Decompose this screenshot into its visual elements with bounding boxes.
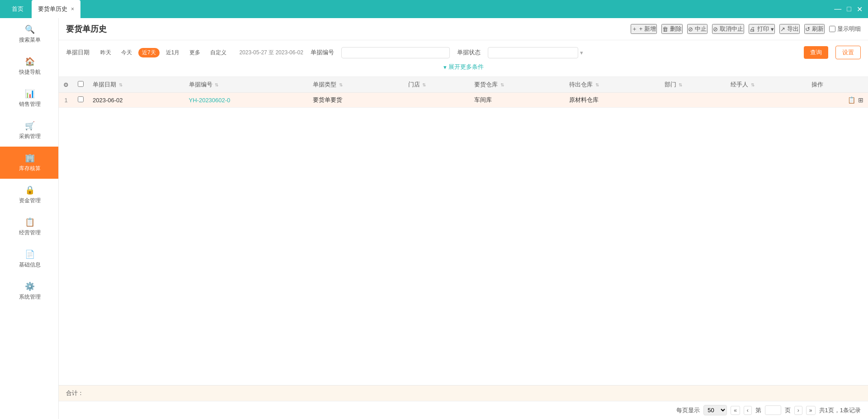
sort-req-warehouse-icon[interactable]: ⇅ [500, 82, 504, 87]
table-container: ⚙ 单据日期 ⇅ 单据编号 ⇅ [59, 77, 868, 385]
row-handler [726, 93, 807, 108]
th-doc-type: 单据类型 ⇅ [308, 77, 403, 93]
sidebar-item-quick-nav[interactable]: 🏠 快捷导航 [0, 50, 58, 82]
settings-col-icon[interactable]: ⚙ [63, 81, 69, 88]
suspend-button[interactable]: ⊘ 中止 [687, 24, 708, 34]
th-ops: 操作 [807, 77, 868, 93]
page-title: 要货单历史 [66, 24, 107, 34]
main-layout: 🔍 搜索菜单 🏠 快捷导航 📊 销售管理 🛒 采购管理 🏢 库存核算 🔒 资金管… [0, 18, 868, 419]
minimize-icon[interactable]: — [834, 5, 841, 13]
th-checkbox [73, 77, 88, 93]
prev-page-btn[interactable]: ‹ [744, 406, 752, 415]
purchase-mgmt-icon: 🛒 [25, 121, 35, 131]
show-detail-toggle[interactable]: 显示明细 [829, 25, 861, 33]
first-page-btn[interactable]: « [731, 406, 740, 415]
sidebar-item-basic-info[interactable]: 📄 基础信息 [0, 243, 58, 275]
sidebar-item-purchase-mgmt[interactable]: 🛒 采购管理 [0, 114, 58, 147]
show-detail-label: 显示明细 [837, 25, 861, 33]
suspend-icon: ⊘ [688, 26, 693, 33]
system-mgmt-icon: ⚙️ [25, 281, 35, 291]
sidebar-item-operations-mgmt[interactable]: 📋 经营管理 [0, 211, 58, 243]
row-select-checkbox[interactable] [78, 96, 84, 102]
sidebar-item-quick-nav-label: 快捷导航 [19, 68, 41, 76]
doc-status-input[interactable] [488, 47, 578, 58]
sidebar-item-search-menu[interactable]: 🔍 搜索菜单 [0, 18, 58, 50]
th-store-label: 门店 [408, 81, 420, 88]
table-body: 1 2023-06-02 YH-20230602-0 要货单要货 [59, 93, 868, 108]
date-btn-1month[interactable]: 近1月 [162, 48, 184, 57]
filter-area: 单据日期 昨天 今天 近7天 近1月 更多 自定义 2023-05-27 至 2… [59, 40, 868, 77]
row-ops-container: 📋 ⊞ [811, 96, 863, 104]
query-button[interactable]: 查询 [804, 46, 828, 59]
settings-button[interactable]: 设置 [835, 46, 861, 59]
expand-more-button[interactable]: ▾ 展开更多条件 [66, 63, 861, 71]
sort-doc-type-icon[interactable]: ⇅ [339, 82, 343, 87]
row-edit-icon[interactable]: 📋 [848, 96, 855, 104]
th-pending-warehouse-label: 待出仓库 [569, 81, 593, 88]
filter-row-1: 单据日期 昨天 今天 近7天 近1月 更多 自定义 2023-05-27 至 2… [66, 46, 861, 59]
th-store: 门店 ⇅ [404, 77, 470, 93]
total-info: 共1页，1条记录 [819, 406, 861, 414]
summary-label: 合计： [66, 389, 84, 397]
top-bar: 首页 要货单历史 × — □ ✕ [0, 0, 868, 18]
sidebar-item-inventory-label: 库存核算 [19, 165, 41, 172]
sort-handler-icon[interactable]: ⇅ [751, 82, 755, 87]
footer-summary: 合计： [59, 385, 868, 401]
refresh-button[interactable]: ↺ 刷新 [804, 24, 825, 34]
row-doc-type: 要货单要货 [308, 93, 403, 108]
next-page-btn[interactable]: › [794, 406, 802, 415]
date-btn-7days[interactable]: 近7天 [138, 48, 160, 57]
operations-mgmt-icon: 📋 [25, 217, 35, 227]
delete-label: 删除 [670, 25, 682, 33]
sort-department-icon[interactable]: ⇅ [679, 82, 682, 87]
print-button[interactable]: 🖨 打印 ▾ [749, 24, 775, 34]
date-btn-today[interactable]: 今天 [118, 48, 136, 57]
sort-store-icon[interactable]: ⇅ [422, 82, 426, 87]
date-btn-yesterday[interactable]: 昨天 [97, 48, 115, 57]
search-menu-icon: 🔍 [25, 24, 35, 34]
row-ops: 📋 ⊞ [807, 93, 868, 108]
per-page-select[interactable]: 10 20 50 100 [703, 405, 727, 415]
add-button[interactable]: ＋ + 新增 [631, 24, 657, 34]
row-req-warehouse: 车间库 [470, 93, 565, 108]
th-doc-number-label: 单据编号 [189, 81, 212, 88]
inventory-icon: 🏢 [25, 153, 35, 163]
sales-mgmt-icon: 📊 [25, 89, 35, 99]
cancel-suspend-button[interactable]: ⊘ 取消中止 [712, 24, 744, 34]
sidebar-item-sales-mgmt[interactable]: 📊 销售管理 [0, 82, 58, 114]
tab-close-icon[interactable]: × [71, 6, 74, 12]
show-detail-checkbox[interactable] [829, 26, 835, 32]
maximize-icon[interactable]: □ [847, 5, 851, 13]
export-button[interactable]: ↗ 导出 [779, 24, 800, 34]
delete-button[interactable]: 🗑 删除 [661, 24, 683, 34]
th-handler-label: 经手人 [731, 81, 748, 88]
quick-nav-icon: 🏠 [25, 57, 35, 67]
sidebar-item-inventory[interactable]: 🏢 库存核算 [0, 147, 58, 179]
sidebar-item-system-mgmt[interactable]: ⚙️ 系统管理 [0, 275, 58, 307]
close-window-icon[interactable]: ✕ [857, 5, 863, 14]
tab-home[interactable]: 首页 [5, 0, 30, 18]
th-pending-warehouse: 待出仓库 ⇅ [565, 77, 660, 93]
doc-number-input[interactable] [341, 47, 450, 58]
expand-more-label: 展开更多条件 [448, 63, 484, 71]
tab-requisition-history[interactable]: 要货单历史 × [32, 0, 80, 18]
sort-doc-number-icon[interactable]: ⇅ [215, 82, 218, 87]
tab-home-label: 首页 [12, 5, 24, 13]
sort-pending-warehouse-icon[interactable]: ⇅ [595, 82, 599, 87]
th-handler: 经手人 ⇅ [726, 77, 807, 93]
doc-status-dropdown-icon[interactable]: ▾ [580, 49, 583, 56]
row-department [660, 93, 726, 108]
print-label: 打印 [757, 25, 769, 33]
select-all-checkbox[interactable] [78, 81, 84, 87]
page-number-input[interactable]: 1 [765, 405, 781, 415]
sidebar-item-finance-mgmt[interactable]: 🔒 资金管理 [0, 179, 58, 211]
doc-number-link[interactable]: YH-20230602-0 [189, 97, 231, 104]
date-btn-more[interactable]: 更多 [186, 48, 204, 57]
date-btn-custom[interactable]: 自定义 [207, 48, 230, 57]
doc-number-label: 单据编号 [311, 48, 334, 57]
page-label-prefix: 第 [755, 406, 761, 414]
last-page-btn[interactable]: » [806, 406, 816, 415]
row-delete-icon[interactable]: ⊞ [858, 96, 863, 104]
refresh-icon: ↺ [805, 26, 810, 33]
sort-doc-date-icon[interactable]: ⇅ [119, 82, 123, 87]
